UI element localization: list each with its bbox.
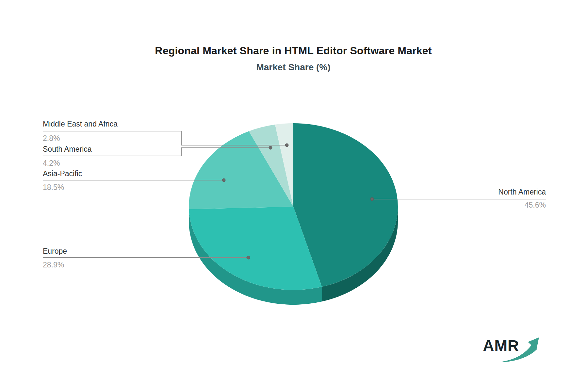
slice-value-middle-east-and-africa: 2.8% [43, 134, 60, 143]
callout-dot-europe [247, 256, 250, 259]
callout-dot-middle-east-and-africa [285, 144, 288, 147]
slice-label-asia-pacific: Asia-Pacific [43, 169, 82, 178]
slice-value-asia-pacific: 18.5% [43, 183, 64, 192]
slice-value-south-america: 4.2% [43, 159, 60, 168]
callout-dot-south-america [269, 146, 272, 149]
slice-label-north-america: North America [448, 188, 546, 196]
amr-logo: AMR [483, 337, 548, 366]
callout-dot-asia-pacific [222, 178, 225, 182]
callout-dot-north-america [370, 197, 374, 201]
pie-top-surface [189, 123, 398, 290]
slice-label-europe: Europe [43, 247, 67, 256]
slice-value-north-america: 45.6% [448, 201, 546, 210]
slice-label-south-america: South America [43, 145, 92, 154]
slice-value-europe: 28.9% [43, 261, 64, 269]
chart-canvas: Regional Market Share in HTML Editor Sof… [0, 0, 588, 391]
amr-logo-arrow-icon [483, 337, 548, 366]
slice-label-middle-east-and-africa: Middle East and Africa [43, 120, 118, 128]
